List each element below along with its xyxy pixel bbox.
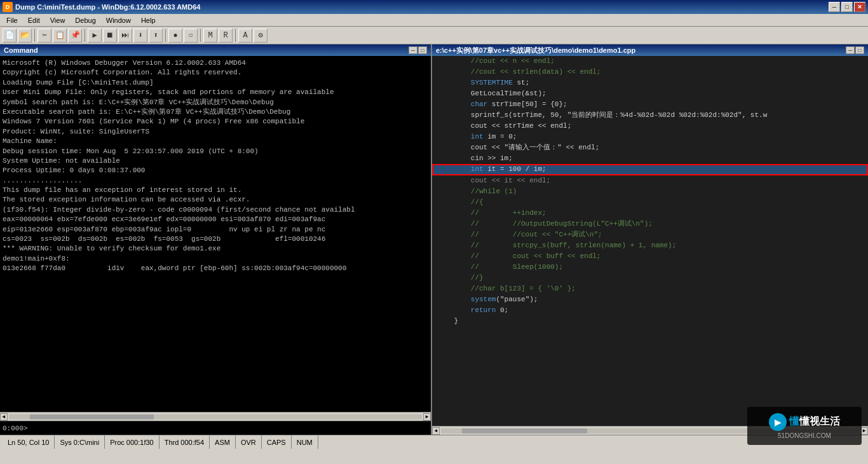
command-line: *** WARNING: Unable to verify checksum f… xyxy=(3,244,428,254)
toolbar-paste[interactable]: 📌 xyxy=(68,29,82,43)
toolbar-sep-4 xyxy=(200,29,201,42)
command-pane-buttons[interactable]: ─ □ xyxy=(409,46,427,54)
status-asm: ASM xyxy=(210,435,236,449)
code-line: // ++index; xyxy=(432,208,868,219)
menu-window[interactable]: Window xyxy=(101,15,136,25)
code-line: cout << it << endl; xyxy=(432,175,868,186)
code-keyword: int xyxy=(471,164,484,175)
command-line: (1f30.f54): Integer divide-by-zero - cod… xyxy=(3,205,428,215)
toolbar-run[interactable]: ▶ xyxy=(88,29,102,43)
toolbar-new[interactable]: 📄 xyxy=(3,29,17,43)
command-line: Loading Dump File [C:\miniTest.dump] xyxy=(3,78,428,88)
toolbar-step[interactable]: ⏭ xyxy=(118,29,132,43)
hscroll-thumb[interactable] xyxy=(30,414,154,420)
menu-debug[interactable]: Debug xyxy=(70,15,100,25)
toolbar-reg[interactable]: R xyxy=(219,29,233,43)
toolbar: 📄 📂 ✂ 📋 📌 ▶ ⏹ ⏭ ⬇ ⬆ ● ○ M R A ⚙ xyxy=(0,27,868,44)
command-pane-label: Command xyxy=(4,46,38,54)
code-line: GetLocalTime(&st); xyxy=(432,88,868,99)
command-line: Executable search path is: E:\C++实例\第07章… xyxy=(3,107,428,117)
source-pane-buttons[interactable]: ─ □ xyxy=(846,46,864,54)
code-line: //while (1) xyxy=(432,186,868,197)
command-input-bar: 0:000> xyxy=(0,421,431,435)
toolbar-step-out[interactable]: ⬆ xyxy=(149,29,163,43)
status-sys: Sys 0:C\mini xyxy=(55,435,105,449)
command-line: Debug session time: Mon Aug 5 22:03:57.0… xyxy=(3,147,428,156)
menu-edit[interactable]: Edit xyxy=(23,15,45,25)
maximize-button[interactable]: □ xyxy=(841,2,853,12)
cmd-input[interactable] xyxy=(28,425,428,432)
source-hscroll-thumb[interactable] xyxy=(462,428,587,433)
toolbar-font[interactable]: A xyxy=(238,29,252,43)
command-line: demo1!main+0xf8: xyxy=(3,254,428,264)
code-text: it = 100 / im; xyxy=(484,164,546,175)
source-pane-max[interactable]: □ xyxy=(855,46,864,54)
toolbar-step-in[interactable]: ⬇ xyxy=(133,29,147,43)
code-line: int im = 0; xyxy=(432,132,868,142)
command-line: Product: WinNt, suite: SingleUserTS xyxy=(3,127,428,137)
command-line: 013e2668 f77da0 idiv eax,dword ptr [ebp-… xyxy=(3,264,428,273)
status-ovr: OVR xyxy=(236,435,262,449)
toolbar-opts[interactable]: ⚙ xyxy=(254,29,268,43)
code-line: system("pause"); xyxy=(432,294,868,305)
cmd-prompt: 0:000> xyxy=(3,425,28,432)
hscroll-right[interactable]: ► xyxy=(423,413,431,421)
code-line: //} xyxy=(432,273,868,283)
toolbar-stop[interactable]: ⏹ xyxy=(103,29,117,43)
status-thrd: Thrd 000:f54 xyxy=(159,435,210,449)
close-button[interactable]: ✕ xyxy=(854,2,865,12)
menu-file[interactable]: File xyxy=(1,15,23,25)
command-pane-max[interactable]: □ xyxy=(418,46,427,54)
toolbar-mem[interactable]: M xyxy=(203,29,217,43)
code-line: int it = 100 / im; xyxy=(432,164,868,175)
title-bar-left: D Dump C:\miniTest.dump - WinDbg:6.12.00… xyxy=(3,2,200,12)
hscroll-track xyxy=(9,414,422,420)
command-line: Machine Name: xyxy=(3,137,428,146)
code-line: cout << strTime << endl; xyxy=(432,121,868,132)
code-line: // Sleep(1000); xyxy=(432,262,868,273)
code-line: cin >> im; xyxy=(432,153,868,164)
command-line: Microsoft (R) Windows Debugger Version 6… xyxy=(3,58,428,68)
menu-bar: File Edit View Debug Window Help xyxy=(0,14,868,27)
source-pane-min[interactable]: ─ xyxy=(846,46,855,54)
minimize-button[interactable]: ─ xyxy=(829,2,840,12)
command-line: System Uptime: not available xyxy=(3,156,428,166)
command-line: Windows 7 Version 7601 (Service Pack 1) … xyxy=(3,117,428,126)
source-pane: e:\c++实例\第07章vc++实战调试技巧\demo\demo1\demo1… xyxy=(432,44,868,435)
code-line: // strcpy_s(buff, strlen(name) + 1, name… xyxy=(432,240,868,251)
command-output: Microsoft (R) Windows Debugger Version 6… xyxy=(0,56,431,412)
main-area: Command ─ □ Microsoft (R) Windows Debugg… xyxy=(0,44,868,435)
status-caps: CAPS xyxy=(262,435,292,449)
title-bar-buttons[interactable]: ─ □ ✕ xyxy=(829,2,865,12)
status-proc: Proc 000:1f30 xyxy=(105,435,159,449)
code-line: //cout << strlen(data) << endl; xyxy=(432,67,868,78)
status-num: NUM xyxy=(292,435,318,449)
code-display: //cout << n << endl; //cout << strlen(da… xyxy=(432,56,868,426)
code-line: //char b[123] = { '\0' }; xyxy=(432,283,868,294)
command-pane-min[interactable]: ─ xyxy=(409,46,417,54)
command-line: ................... xyxy=(3,176,428,186)
command-line: The stored exception information can be … xyxy=(3,195,428,205)
source-hscroll-left[interactable]: ◄ xyxy=(432,427,440,435)
toolbar-bp[interactable]: ● xyxy=(168,29,182,43)
command-line: Process Uptime: 0 days 0:08:37.000 xyxy=(3,166,428,175)
app-icon: D xyxy=(3,2,13,12)
toolbar-sep-5 xyxy=(235,29,236,42)
status-bar: Ln 50, Col 10 Sys 0:C\mini Proc 000:1f30… xyxy=(0,435,868,449)
title-bar: D Dump C:\miniTest.dump - WinDbg:6.12.00… xyxy=(0,0,868,14)
command-pane: Command ─ □ Microsoft (R) Windows Debugg… xyxy=(0,44,432,435)
code-line: } xyxy=(432,316,868,327)
toolbar-open[interactable]: 📂 xyxy=(18,29,32,43)
watermark: ▶ 懂懂视生活 51DONGSHI.COM xyxy=(747,407,862,445)
toolbar-copy[interactable]: 📋 xyxy=(53,29,67,43)
hscroll-left[interactable]: ◄ xyxy=(0,413,8,421)
toolbar-clear-bp[interactable]: ○ xyxy=(184,29,198,43)
code-line: cout << "请输入一个值：" << endl; xyxy=(432,142,868,153)
toolbar-cut[interactable]: ✂ xyxy=(37,29,51,43)
menu-view[interactable]: View xyxy=(45,15,71,25)
command-line: cs=0023 ss=002b ds=002b es=002b fs=0053 … xyxy=(3,235,428,244)
toolbar-sep-3 xyxy=(165,29,166,42)
menu-help[interactable]: Help xyxy=(136,15,161,25)
watermark-play-icon: ▶ xyxy=(769,413,787,431)
command-hscroll[interactable]: ◄ ► xyxy=(0,412,431,421)
